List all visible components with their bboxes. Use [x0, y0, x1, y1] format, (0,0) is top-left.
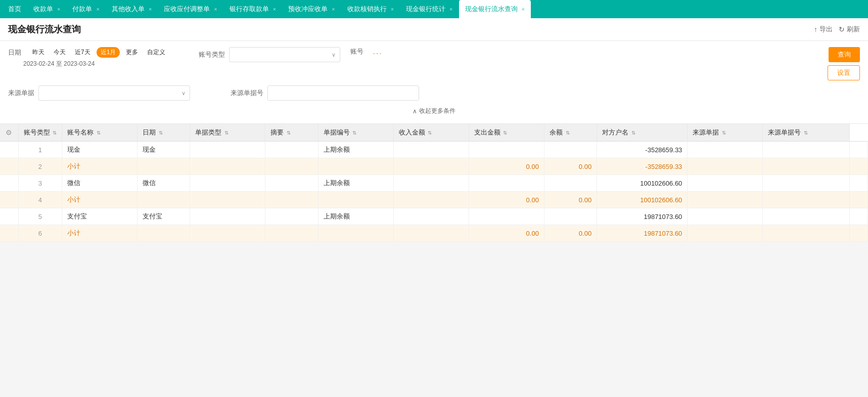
nav-cash-stat[interactable]: 现金银行统计 × — [400, 0, 459, 18]
date-btn-yesterday[interactable]: 昨天 — [29, 47, 48, 58]
close-icon[interactable]: × — [214, 0, 217, 18]
nav-prepay[interactable]: 预收冲应收单 × — [282, 0, 341, 18]
cell-income — [469, 142, 544, 158]
cell-doc-num — [393, 192, 469, 208]
cell-summary: 上期余额 — [318, 142, 393, 158]
query-button[interactable]: 查询 — [829, 47, 860, 62]
close-icon[interactable]: × — [522, 0, 525, 18]
action-buttons: 查询 设置 — [828, 47, 860, 80]
nav-verify[interactable]: 收款核销执行 × — [341, 0, 400, 18]
cell-account-type: 支付宝 — [62, 208, 138, 225]
close-icon[interactable]: × — [149, 0, 152, 18]
nav-bank-deposit[interactable]: 银行存取款单 × — [223, 0, 282, 18]
nav-home[interactable]: 首页 — [2, 0, 27, 18]
nav-fukuan[interactable]: 付款单 × — [66, 0, 105, 18]
settings-cell — [0, 208, 18, 225]
settings-cell — [0, 225, 18, 242]
source-doc-num-input[interactable] — [267, 85, 419, 101]
col-source-doc[interactable]: 来源单据 ⇅ — [688, 124, 763, 142]
cell-expense — [544, 142, 597, 158]
nav-shoukuan[interactable]: 收款单 × — [27, 0, 66, 18]
sort-icon: ⇅ — [804, 130, 808, 136]
sort-icon: ⇅ — [224, 130, 229, 136]
sort-icon: ⇅ — [53, 130, 57, 136]
close-icon[interactable]: × — [332, 0, 335, 18]
cell-expense: 0.00 — [544, 225, 597, 242]
col-doc-type[interactable]: 单据类型 ⇅ — [190, 124, 265, 142]
gear-icon[interactable]: ⚙ — [6, 128, 12, 137]
col-settings: ⚙ — [0, 124, 18, 142]
cell-expense — [544, 175, 597, 192]
refresh-button[interactable]: ↻ 刷新 — [839, 25, 860, 34]
table-row: 2小计0.000.00-3528659.33 — [0, 158, 868, 175]
row-number: 5 — [18, 208, 62, 225]
date-btn-custom[interactable]: 自定义 — [144, 47, 168, 58]
sort-icon: ⇅ — [97, 130, 101, 136]
col-source-doc-num[interactable]: 来源单据号 ⇅ — [763, 124, 849, 142]
col-doc-num[interactable]: 单据编号 ⇅ — [318, 124, 393, 142]
sort-icon: ⇅ — [566, 130, 570, 136]
header-actions: ↑ 导出 ↻ 刷新 — [814, 25, 860, 34]
cell-date — [190, 192, 265, 208]
cell-account-name — [138, 158, 190, 175]
col-summary[interactable]: 摘要 ⇅ — [265, 124, 318, 142]
page-title: 现金银行流水查询 — [8, 23, 81, 35]
cell-source-doc — [763, 225, 849, 242]
close-icon[interactable]: × — [57, 0, 60, 18]
cell-counterparty — [688, 225, 763, 242]
refresh-icon: ↻ — [839, 25, 845, 33]
date-btn-today[interactable]: 今天 — [51, 47, 69, 58]
col-date[interactable]: 日期 ⇅ — [138, 124, 190, 142]
cell-doc-type — [265, 158, 318, 175]
date-btn-1month[interactable]: 近1月 — [97, 47, 120, 58]
cell-income — [469, 175, 544, 192]
date-btn-more[interactable]: 更多 — [123, 47, 141, 58]
col-counterparty[interactable]: 对方户名 ⇅ — [597, 124, 688, 142]
cell-doc-num — [393, 225, 469, 242]
row-number: 4 — [18, 192, 62, 208]
cell-expense: 0.00 — [544, 158, 597, 175]
col-balance[interactable]: 余额 ⇅ — [544, 124, 597, 142]
cell-source-doc — [763, 192, 849, 208]
row-number: 3 — [18, 175, 62, 192]
nav-other-income[interactable]: 其他收入单 × — [106, 0, 158, 18]
cell-counterparty — [688, 175, 763, 192]
cell-balance: 100102606.60 — [597, 192, 688, 208]
chevron-down-icon: ∨ — [332, 52, 336, 58]
close-icon[interactable]: × — [273, 0, 276, 18]
account-label: 账号 — [350, 47, 369, 56]
cell-account-type: 现金 — [62, 142, 138, 158]
close-icon[interactable]: × — [96, 0, 99, 18]
col-income[interactable]: 收入金额 ⇅ — [393, 124, 469, 142]
cell-account-type: 小计 — [62, 225, 138, 242]
cell-source-doc-num — [849, 142, 867, 158]
close-icon[interactable]: × — [449, 0, 452, 18]
col-account-type[interactable]: 账号类型 ⇅ — [18, 124, 62, 142]
export-button[interactable]: ↑ 导出 — [814, 25, 833, 34]
settings-cell — [0, 192, 18, 208]
account-filter: 账号 ... — [350, 47, 382, 56]
settings-button[interactable]: 设置 — [828, 65, 860, 80]
cell-account-type: 小计 — [62, 158, 138, 175]
source-doc-select[interactable]: ∨ — [38, 85, 190, 101]
cell-source-doc-num — [849, 158, 867, 175]
account-type-select[interactable]: ∨ — [229, 47, 340, 62]
nav-cash-flow[interactable]: 现金银行流水查询 × — [459, 0, 531, 18]
cell-doc-num — [393, 142, 469, 158]
nav-adjust[interactable]: 应收应付调整单 × — [158, 0, 223, 18]
cell-income: 0.00 — [469, 158, 544, 175]
cell-source-doc-num — [849, 192, 867, 208]
table-container: ⚙ 账号类型 ⇅ 账号名称 ⇅ 日期 ⇅ 单据类型 ⇅ — [0, 124, 868, 242]
sort-icon: ⇅ — [352, 130, 356, 136]
cell-source-doc — [763, 158, 849, 175]
more-dots[interactable]: ... — [373, 47, 382, 56]
close-icon[interactable]: × — [391, 0, 394, 18]
col-expense[interactable]: 支出金额 ⇅ — [469, 124, 544, 142]
cell-doc-num — [393, 175, 469, 192]
col-account-name[interactable]: 账号名称 ⇅ — [62, 124, 138, 142]
settings-cell — [0, 175, 18, 192]
collapse-bar[interactable]: ∧ 收起更多条件 — [8, 105, 860, 117]
cell-counterparty — [688, 192, 763, 208]
date-btn-7days[interactable]: 近7天 — [72, 47, 94, 58]
collapse-icon: ∧ — [413, 108, 417, 115]
